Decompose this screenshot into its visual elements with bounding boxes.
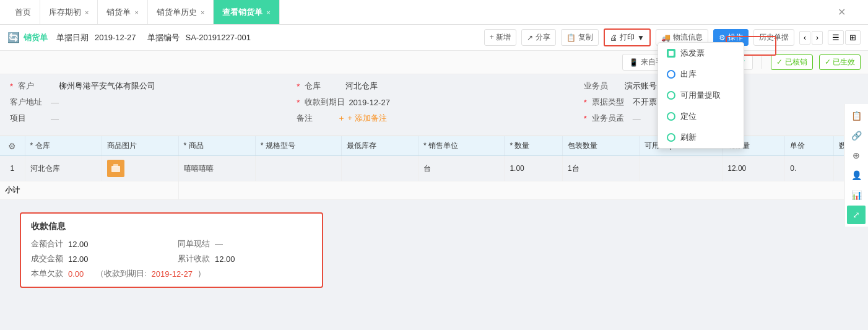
phone-icon: 📱 bbox=[629, 58, 638, 67]
customer-label: 客户 bbox=[18, 80, 55, 92]
date-value: 2019-12-27 bbox=[95, 33, 136, 42]
warehouse-header: * 仓库 bbox=[25, 136, 102, 156]
subtotal-label: 小计 bbox=[0, 181, 178, 200]
tab-home[interactable]: 首页 bbox=[6, 0, 40, 24]
available-qty-item[interactable]: 可用量提取 bbox=[658, 85, 744, 106]
date-label: 单据日期 bbox=[56, 32, 89, 43]
table-row: 1 河北仓库 嘻嘻嘻嘻 台 1.00 1台 12.00 0. bbox=[0, 156, 868, 181]
locate-item[interactable]: 定位 bbox=[658, 106, 744, 127]
payment-date-field: * 收款到期日 2019-12-27 bbox=[297, 97, 571, 108]
warehouse-field: * 仓库 河北仓库 bbox=[297, 80, 571, 92]
close-inventory-init-icon[interactable]: × bbox=[85, 9, 89, 16]
logistics-icon: 🚚 bbox=[661, 33, 671, 42]
payment-grid: 金额合计 12.00 同单现结 — 成交金额 12.00 累计收款 12.00 bbox=[31, 238, 312, 279]
row-unit: 台 bbox=[419, 156, 505, 181]
locate-label: 定位 bbox=[680, 111, 697, 122]
outbound-item[interactable]: 出库 bbox=[658, 64, 744, 85]
print-button[interactable]: 🖨 打印 ▼ bbox=[604, 28, 651, 46]
customer-required: * bbox=[10, 82, 13, 91]
operation-icon: ⚙ bbox=[719, 33, 726, 42]
address-label: 客户地址 bbox=[10, 97, 47, 108]
grid-view-button[interactable]: ⊞ bbox=[845, 30, 861, 45]
effective-button[interactable]: ✓ 已生效 bbox=[819, 54, 861, 70]
price-header: 单价 bbox=[785, 136, 833, 156]
customer-field: * 客户 柳州粤港平安气体有限公司 bbox=[10, 80, 284, 92]
sidebar-link-icon[interactable]: 🔗 bbox=[847, 126, 866, 145]
subtotal-values bbox=[178, 181, 867, 200]
remark-label: 备注 bbox=[297, 113, 334, 124]
share-button[interactable]: ↗ 分享 bbox=[521, 29, 556, 46]
ticket-label: 票据类型 bbox=[592, 97, 629, 108]
payment-section-wrapper: 收款信息 金额合计 12.00 同单现结 — 成交金额 12.00 累计收款 1… bbox=[0, 200, 868, 300]
total-amount-label: 金额合计 bbox=[31, 238, 63, 250]
next-button[interactable]: › bbox=[812, 31, 823, 45]
svg-rect-0 bbox=[111, 166, 120, 172]
min-stock-header: 最低库存 bbox=[341, 136, 418, 156]
copy-icon: 📋 bbox=[566, 33, 576, 42]
ticket-required: * bbox=[584, 98, 587, 107]
payment-date-required: * bbox=[297, 98, 300, 107]
tab-inventory-init[interactable]: 库存期初 × bbox=[40, 0, 98, 24]
settings-header[interactable]: ⚙ bbox=[0, 136, 25, 156]
tab-sales-order[interactable]: 销货单 × bbox=[98, 0, 147, 24]
payment-section: 收款信息 金额合计 12.00 同单现结 — 成交金额 12.00 累计收款 1… bbox=[20, 212, 323, 288]
copy-button[interactable]: 📋 复制 bbox=[561, 29, 599, 46]
row-price: 0. bbox=[785, 156, 833, 181]
number-label: 单据编号 bbox=[147, 32, 180, 43]
staff-label: 业务员 bbox=[584, 80, 621, 92]
close-view-sales-icon[interactable]: × bbox=[266, 9, 270, 16]
tab-sales-history[interactable]: 销货单历史 × bbox=[148, 0, 214, 24]
view-icons: ☰ ⊞ bbox=[828, 30, 861, 45]
doc-title-text: 销货单 bbox=[24, 32, 48, 43]
sidebar-plus-icon[interactable]: ⊕ bbox=[847, 146, 866, 165]
svg-rect-1 bbox=[113, 164, 118, 167]
qty-header: * 数量 bbox=[505, 136, 563, 156]
doc-info: 🔄 销货单 单据日期 2019-12-27 单据编号 SA-20191227-0… bbox=[7, 32, 251, 43]
product-header: * 商品 bbox=[178, 136, 255, 156]
new-button[interactable]: + 新增 bbox=[484, 29, 516, 46]
sales-staff-label: 业务员孟 bbox=[592, 113, 629, 124]
row-min-stock bbox=[341, 156, 418, 181]
top-close-button[interactable]: ✕ bbox=[838, 6, 846, 18]
doc-title: 🔄 销货单 bbox=[7, 32, 48, 43]
list-view-button[interactable]: ☰ bbox=[828, 30, 844, 45]
refresh-icon bbox=[667, 133, 675, 142]
share-icon: ↗ bbox=[527, 33, 533, 42]
doc-icon: 🔄 bbox=[7, 32, 20, 43]
add-invoice-item[interactable]: 添发票 bbox=[658, 43, 744, 64]
payment-title: 收款信息 bbox=[31, 221, 312, 232]
customer-value: 柳州粤港平安气体有限公司 bbox=[59, 80, 155, 92]
refresh-item[interactable]: 刷新 bbox=[658, 127, 744, 148]
payment-date-value: 2019-12-27 bbox=[349, 98, 390, 107]
number-value: SA-20191227-001 bbox=[186, 33, 251, 42]
prev-button[interactable]: ‹ bbox=[799, 31, 810, 45]
divider bbox=[762, 56, 762, 69]
sidebar-user-icon[interactable]: 👤 bbox=[847, 166, 866, 185]
warehouse-label: 仓库 bbox=[305, 80, 342, 92]
row-package-qty: 1台 bbox=[562, 156, 639, 181]
close-sales-history-icon[interactable]: × bbox=[201, 9, 204, 16]
sales-staff-value: — bbox=[633, 114, 641, 123]
available-qty-label: 可用量提取 bbox=[680, 90, 721, 101]
sidebar-doc-icon[interactable]: 📋 bbox=[847, 106, 866, 125]
ticket-value: 不开票 bbox=[633, 97, 657, 108]
add-invoice-label: 添发票 bbox=[680, 48, 705, 59]
product-image bbox=[107, 160, 124, 177]
close-sales-order-icon[interactable]: × bbox=[134, 9, 138, 16]
settings-icon: ⚙ bbox=[8, 141, 16, 151]
spec-header: * 规格型号 bbox=[255, 136, 341, 156]
subtotal-row: 小计 bbox=[0, 181, 868, 200]
balance-date: 2019-12-27 bbox=[152, 269, 193, 279]
cumulative-row: 累计收款 12.00 bbox=[178, 253, 312, 264]
project-value: — bbox=[51, 114, 59, 123]
refresh-label: 刷新 bbox=[680, 132, 697, 143]
project-field: 项目 — bbox=[10, 113, 284, 124]
add-note-button[interactable]: ＋ + 添加备注 bbox=[337, 113, 386, 124]
cancelled-button[interactable]: ✓ 已核销 bbox=[771, 54, 812, 70]
sidebar-chart-icon[interactable]: 📊 bbox=[847, 186, 866, 204]
tab-view-sales[interactable]: 查看销货单 × bbox=[214, 0, 279, 24]
history-button[interactable]: 历史单据 bbox=[753, 29, 794, 46]
sidebar-expand-icon[interactable]: ⤢ bbox=[847, 206, 866, 224]
row-index: 1 bbox=[0, 156, 25, 181]
cumulative-value: 12.00 bbox=[215, 254, 235, 264]
